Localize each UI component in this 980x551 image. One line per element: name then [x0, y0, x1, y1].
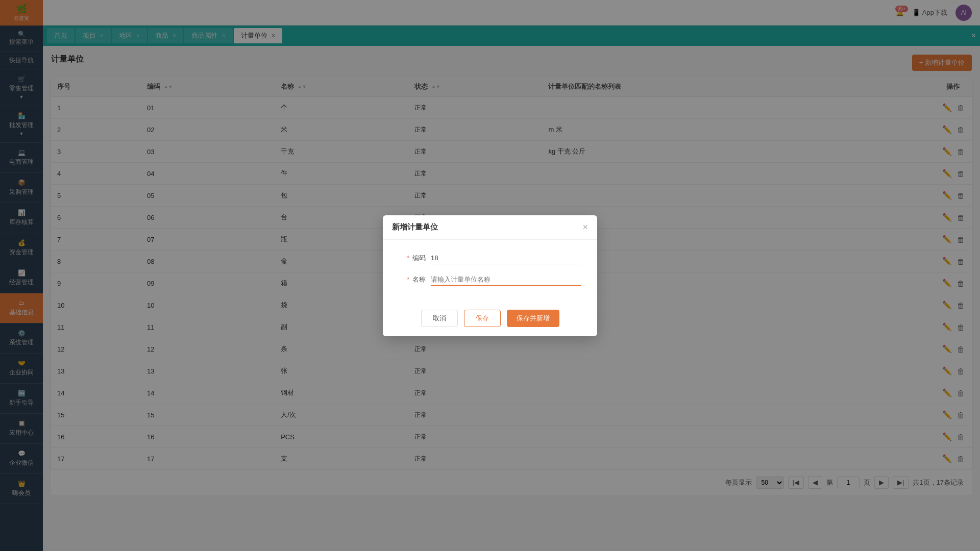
add-unit-modal: 新增计量单位 × * 编码 * 名称 取消 保存 保存并新增	[383, 215, 597, 336]
required-mark: *	[407, 254, 409, 262]
name-label: * 名称	[399, 275, 426, 284]
form-row-code: * 编码	[399, 252, 581, 264]
modal-title: 新增计量单位	[392, 222, 438, 232]
required-mark: *	[407, 276, 409, 283]
save-button[interactable]: 保存	[464, 310, 501, 327]
save-new-button[interactable]: 保存并新增	[507, 310, 559, 327]
name-input[interactable]	[431, 273, 581, 286]
modal-footer: 取消 保存 保存并新增	[383, 304, 597, 336]
modal-close-button[interactable]: ×	[582, 222, 588, 232]
code-label: * 编码	[399, 254, 426, 263]
code-input[interactable]	[431, 252, 581, 264]
modal-body: * 编码 * 名称	[383, 240, 597, 304]
form-row-name: * 名称	[399, 273, 581, 286]
modal-overlay[interactable]: 新增计量单位 × * 编码 * 名称 取消 保存 保存并新增	[0, 0, 980, 551]
cancel-button[interactable]: 取消	[421, 310, 458, 327]
modal-header: 新增计量单位 ×	[383, 215, 597, 240]
